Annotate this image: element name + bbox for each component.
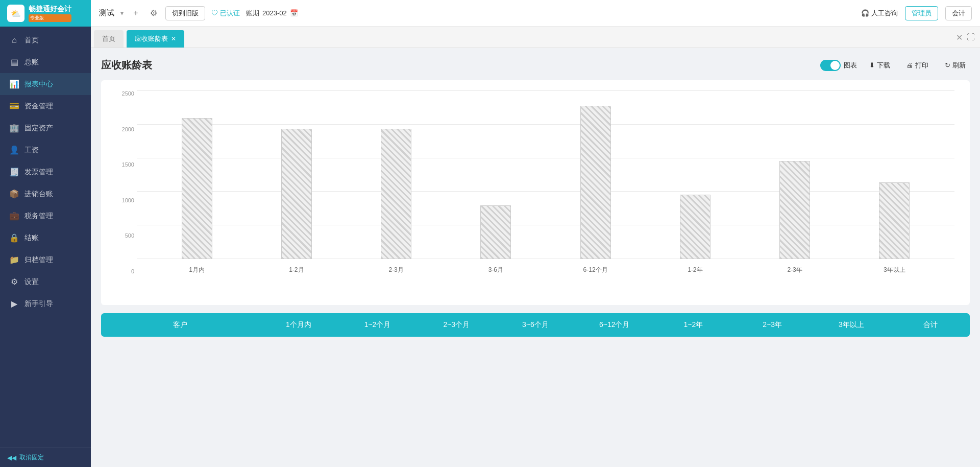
y-label-0: 0 xyxy=(116,268,134,274)
logo-icon: ⛅ xyxy=(7,5,24,22)
chart-bar xyxy=(879,182,910,259)
add-button[interactable]: ＋ xyxy=(130,6,142,20)
pin-icon: ◀◀ xyxy=(7,454,16,461)
sidebar-item-settings[interactable]: ⚙ 设置 xyxy=(0,271,91,293)
y-axis: 0 500 1000 1500 2000 2500 xyxy=(116,90,134,274)
y-label-1000: 1000 xyxy=(116,197,134,203)
sidebar-item-label: 固定资产 xyxy=(24,124,53,133)
table-header-cell: 3~6个月 xyxy=(496,313,575,337)
home-icon: ⌂ xyxy=(9,36,19,45)
sidebar-item-funds[interactable]: 💳 资金管理 xyxy=(0,95,91,117)
sidebar-item-label: 总账 xyxy=(24,58,39,67)
bar-group xyxy=(446,205,546,259)
sidebar-item-close[interactable]: 🔒 结账 xyxy=(0,227,91,249)
sidebar-item-reports[interactable]: 📊 报表中心 xyxy=(0,73,91,95)
service-label: 人工咨询 xyxy=(871,9,898,18)
tab-home[interactable]: 首页 xyxy=(94,30,124,48)
company-name: 测试 xyxy=(99,8,114,18)
refresh-icon: ↻ xyxy=(945,61,950,69)
page-header: 应收账龄表 图表 ⬇ 下载 🖨 打印 ↻ 刷新 xyxy=(101,58,970,72)
x-label: 1-2年 xyxy=(645,266,745,274)
cert-label: 已认证 xyxy=(220,9,240,18)
chart-bar xyxy=(281,129,312,259)
tab-close-icon[interactable]: ✕ xyxy=(171,35,176,42)
bar-group xyxy=(247,129,346,259)
chart-toggle[interactable] xyxy=(820,60,841,71)
trade-icon: 📦 xyxy=(9,189,19,199)
company-dropdown-icon[interactable]: ▾ xyxy=(120,10,124,17)
table-header-cell: 2~3年 xyxy=(733,313,812,337)
logo-badge: 专业版 xyxy=(29,14,71,22)
sidebar-item-label: 首页 xyxy=(24,36,39,45)
sidebar-item-label: 发票管理 xyxy=(24,168,53,177)
download-label: 下载 xyxy=(877,61,890,70)
cancel-fixed-button[interactable]: ◀◀ 取消固定 xyxy=(0,448,91,467)
bar-group xyxy=(347,129,446,259)
sidebar-item-guide[interactable]: ▶ 新手引导 xyxy=(0,293,91,315)
download-button[interactable]: ⬇ 下载 xyxy=(865,59,894,72)
user-button[interactable]: 管理员 xyxy=(905,6,938,20)
calendar-icon[interactable]: 📅 xyxy=(290,9,298,17)
table-container: 客户1个月内1~2个月2~3个月3~6个月6~12个月1~2年2~3年3年以上合… xyxy=(101,313,970,337)
refresh-button[interactable]: ↻ 刷新 xyxy=(941,59,970,72)
sidebar-item-label: 结账 xyxy=(24,233,39,243)
sidebar-item-payroll[interactable]: 👤 工资 xyxy=(0,139,91,161)
sidebar-item-label: 归档管理 xyxy=(24,255,53,265)
table-header: 客户1个月内1~2个月2~3个月3~6个月6~12个月1~2年2~3年3年以上合… xyxy=(101,313,970,337)
content-area: 应收账龄表 图表 ⬇ 下载 🖨 打印 ↻ 刷新 xyxy=(91,48,980,467)
x-label: 6-12个月 xyxy=(546,266,645,274)
bar-group xyxy=(845,182,944,259)
toggle-knob xyxy=(830,61,840,70)
sidebar-item-ledger[interactable]: ▤ 总账 xyxy=(0,51,91,73)
sidebar-item-label: 税务管理 xyxy=(24,212,53,221)
tab-close-window-button[interactable]: ✕ xyxy=(956,32,963,42)
sidebar-item-home[interactable]: ⌂ 首页 xyxy=(0,30,91,51)
period-value: 2023-02 xyxy=(262,9,287,17)
role-button[interactable]: 会计 xyxy=(945,6,972,20)
reports-icon: 📊 xyxy=(9,79,19,89)
bar-group xyxy=(745,161,845,259)
tax-icon: 💼 xyxy=(9,211,19,221)
service-button[interactable]: 🎧 人工咨询 xyxy=(861,9,898,18)
chart-bar xyxy=(182,118,212,259)
sidebar-item-label: 报表中心 xyxy=(24,80,53,89)
page-title: 应收账龄表 xyxy=(101,58,152,72)
chart-toggle-label: 图表 xyxy=(820,60,857,71)
shield-icon: 🛡 xyxy=(211,9,218,17)
sidebar-item-tax[interactable]: 💼 税务管理 xyxy=(0,205,91,227)
table-header-cell: 1个月内 xyxy=(259,313,338,337)
chart-area: 0 500 1000 1500 2000 2500 xyxy=(137,90,954,274)
sidebar-item-archive[interactable]: 📁 归档管理 xyxy=(0,249,91,271)
table-header-cell: 3年以上 xyxy=(812,313,891,337)
main-area: 测试 ▾ ＋ ⚙ 切到旧版 🛡 已认证 账期 2023-02 📅 🎧 人工咨询 … xyxy=(91,0,980,467)
funds-icon: 💳 xyxy=(9,101,19,111)
bar-group xyxy=(645,195,745,259)
table-header-cell: 2~3个月 xyxy=(417,313,496,337)
switch-old-button[interactable]: 切到旧版 xyxy=(165,6,205,20)
tab-ar-aging[interactable]: 应收账龄表 ✕ xyxy=(127,30,184,48)
page-actions: 图表 ⬇ 下载 🖨 打印 ↻ 刷新 xyxy=(820,59,970,72)
chart-bar xyxy=(480,205,511,259)
archive-icon: 📁 xyxy=(9,255,19,265)
sidebar-item-label: 工资 xyxy=(24,146,39,155)
tab-ar-aging-label: 应收账龄表 xyxy=(135,34,168,43)
table-header-cell: 合计 xyxy=(891,313,970,337)
x-label: 2-3年 xyxy=(745,266,845,274)
sidebar-item-invoice[interactable]: 🧾 发票管理 xyxy=(0,161,91,183)
x-labels: 1月内1-2月2-3月3-6月6-12个月1-2年2-3年3年以上 xyxy=(137,266,954,274)
sidebar-item-label: 进销台账 xyxy=(24,190,53,199)
sidebar-item-trade[interactable]: 📦 进销台账 xyxy=(0,183,91,205)
tab-maximize-button[interactable]: ⛶ xyxy=(967,33,975,42)
logo-text: 畅捷通好会计 xyxy=(29,5,71,13)
payroll-icon: 👤 xyxy=(9,145,19,155)
assets-icon: 🏢 xyxy=(9,123,19,133)
close-accounts-icon: 🔒 xyxy=(9,233,19,243)
print-icon: 🖨 xyxy=(906,61,913,69)
table-header-cell: 1~2个月 xyxy=(338,313,417,337)
sidebar-item-label: 设置 xyxy=(24,277,39,287)
settings-button[interactable]: ⚙ xyxy=(148,6,159,20)
bar-group xyxy=(147,118,247,259)
ledger-icon: ▤ xyxy=(9,57,19,67)
print-button[interactable]: 🖨 打印 xyxy=(902,59,933,72)
sidebar-item-assets[interactable]: 🏢 固定资产 xyxy=(0,117,91,139)
